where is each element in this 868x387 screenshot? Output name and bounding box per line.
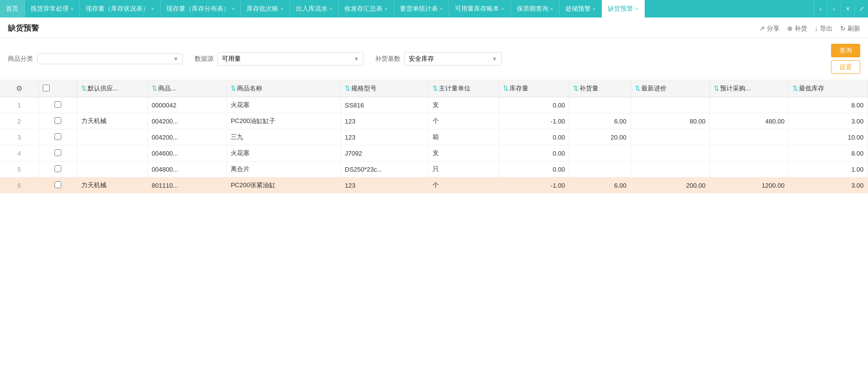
table-row[interactable]: 3 004200... 三九 123 箱 0.00 20.00 10.00 [0, 129, 868, 145]
table-row[interactable]: 4 004600... 火花塞 J7092 支 0.00 8.00 [0, 145, 868, 161]
sort-code-icon[interactable]: ⇅ [152, 85, 157, 92]
nav-tab-close-shortage[interactable]: × [635, 6, 638, 12]
row-code: 004200... [147, 129, 226, 145]
replenish-base-value: 安全库存 [409, 54, 434, 63]
sort-est-icon[interactable]: ⇅ [714, 85, 719, 92]
row-checkbox-1[interactable] [54, 101, 61, 108]
row-checkbox-cell[interactable] [38, 161, 77, 177]
nav-tab-close-stock-dist[interactable]: × [232, 6, 235, 12]
nav-tab-overstock[interactable]: 超储预警 × [560, 0, 602, 18]
nav-tab-home[interactable]: 首页 [0, 0, 25, 18]
nav-tab-label-stock-dist: 现存量（库存分布表） [166, 4, 230, 13]
nav-tab-close-expiry[interactable]: × [550, 6, 553, 12]
nav-tab-inout[interactable]: 出入库流水 × [290, 0, 339, 18]
table-row[interactable]: 6 力天机械 801110... PC200张紧油缸 123 个 -1.00 6… [0, 177, 868, 194]
nav-tab-close-exception[interactable]: × [71, 6, 73, 12]
row-checkbox-cell[interactable] [38, 97, 77, 113]
sort-stock-icon[interactable]: ⇅ [503, 85, 508, 92]
row-checkbox-cell[interactable] [38, 177, 77, 194]
table-row[interactable]: 1 0000042 火花塞 SS816 支 0.00 8.00 [0, 97, 868, 113]
row-min-stock: 3.00 [789, 113, 868, 129]
nav-tab-exception[interactable]: 拣货异常处理 × [25, 0, 80, 18]
row-latest-price [631, 145, 709, 161]
row-checkbox-5[interactable] [54, 165, 61, 172]
row-checkbox-2[interactable] [54, 117, 61, 124]
nav-tab-receipt[interactable]: 收发存汇总表 × [339, 0, 394, 18]
row-replenish-qty: 20.00 [569, 129, 631, 145]
nav-tab-close-avail-ledger[interactable]: × [501, 6, 504, 12]
nav-tab-close-inout[interactable]: × [329, 6, 332, 12]
row-unit: 支 [429, 97, 499, 113]
nav-tab-close-stock-status[interactable]: × [151, 6, 154, 12]
category-label: 商品分类 [8, 54, 33, 63]
replenish-button[interactable]: ⊕ 补货 [787, 24, 807, 33]
nav-tab-close-batch[interactable]: × [280, 6, 283, 12]
row-stock: 0.00 [499, 97, 569, 113]
replenish-base-select[interactable]: 安全库存 ▼ [404, 52, 502, 66]
share-label: 分享 [767, 24, 779, 33]
nav-close-all[interactable]: × [841, 0, 854, 18]
nav-tab-close-receipt[interactable]: × [384, 6, 387, 12]
row-spec: J7092 [341, 145, 429, 161]
row-checkbox-3[interactable] [54, 133, 61, 140]
row-checkbox-cell[interactable] [38, 113, 77, 129]
col-stock: ⇅库存量 [499, 80, 569, 97]
nav-tab-avail-ledger[interactable]: 可用量库存账本 × [449, 0, 510, 18]
row-est-purchase [710, 161, 789, 177]
datasource-select[interactable]: 可用量 ▼ [217, 52, 363, 66]
sort-replenish-icon[interactable]: ⇅ [573, 85, 579, 92]
nav-tab-batch[interactable]: 库存批次账 × [241, 0, 289, 18]
row-stock: 0.00 [499, 161, 569, 177]
row-stock: -1.00 [499, 113, 569, 129]
top-navigation: 首页拣货异常处理 ×现存量（库存状况表） ×现存量（库存分布表） ×库存批次账 … [0, 0, 868, 18]
settings-button[interactable]: 设置 [831, 60, 860, 74]
select-all-checkbox[interactable] [43, 85, 50, 91]
nav-tab-label-home: 首页 [6, 4, 18, 13]
row-checkbox-4[interactable] [54, 149, 61, 156]
query-button[interactable]: 查询 [831, 44, 860, 57]
table-settings-col[interactable]: ⚙ [0, 80, 38, 97]
sort-supplier-icon[interactable]: ⇅ [81, 85, 87, 92]
row-code: 0000042 [147, 97, 226, 113]
sort-name-icon[interactable]: ⇅ [231, 85, 236, 92]
row-index: 4 [0, 145, 38, 161]
row-checkbox-6[interactable] [54, 181, 61, 188]
nav-expand[interactable]: ⤢ [854, 0, 868, 18]
nav-tab-label-receipt: 收发存汇总表 [344, 4, 382, 13]
nav-tab-label-exception: 拣货异常处理 [31, 4, 69, 13]
row-supplier [77, 97, 147, 113]
row-est-purchase [710, 129, 789, 145]
export-label: 导出 [820, 24, 832, 33]
replenish-base-chevron-icon: ▼ [492, 56, 497, 62]
row-checkbox-cell[interactable] [38, 145, 77, 161]
nav-tab-shortage[interactable]: 缺货预警 × [602, 0, 644, 18]
nav-tab-stock-dist[interactable]: 现存量（库存分布表） × [161, 0, 241, 18]
col-min-stock: ⇅最低库存 [789, 80, 868, 97]
nav-tab-order-stat[interactable]: 要货单统计表 × [394, 0, 449, 18]
row-min-stock: 3.00 [789, 177, 868, 194]
nav-arrow-left[interactable]: ‹ [814, 0, 827, 18]
sort-price-icon[interactable]: ⇅ [635, 85, 640, 92]
table-row[interactable]: 5 004800... 离合片 DS250*23c... 只 0.00 1.00 [0, 161, 868, 177]
nav-arrow-right[interactable]: › [827, 0, 841, 18]
category-select[interactable]: ▼ [37, 53, 183, 64]
export-button[interactable]: ↓ 导出 [815, 24, 833, 33]
category-filter-group: 商品分类 ▼ [8, 53, 183, 64]
sort-spec-icon[interactable]: ⇅ [345, 85, 350, 92]
sort-min-icon[interactable]: ⇅ [793, 85, 798, 92]
row-unit: 箱 [429, 129, 499, 145]
nav-tab-close-overstock[interactable]: × [593, 6, 596, 12]
row-latest-price [631, 129, 709, 145]
share-button[interactable]: ↗ 分享 [760, 24, 779, 33]
nav-tab-expiry[interactable]: 保质期查询 × [511, 0, 560, 18]
nav-tab-stock-status[interactable]: 现存量（库存状况表） × [80, 0, 160, 18]
row-est-purchase: 1200.00 [710, 177, 789, 194]
row-checkbox-cell[interactable] [38, 129, 77, 145]
sort-unit-icon[interactable]: ⇅ [433, 85, 438, 92]
row-unit: 个 [429, 177, 499, 194]
refresh-button[interactable]: ↻ 刷新 [840, 24, 860, 33]
table-row[interactable]: 2 力天机械 004200... PC200油缸缸子 123 个 -1.00 6… [0, 113, 868, 129]
nav-tab-close-order-stat[interactable]: × [440, 6, 443, 12]
replenish-base-label: 补货基数 [375, 54, 400, 63]
refresh-label: 刷新 [848, 24, 860, 33]
